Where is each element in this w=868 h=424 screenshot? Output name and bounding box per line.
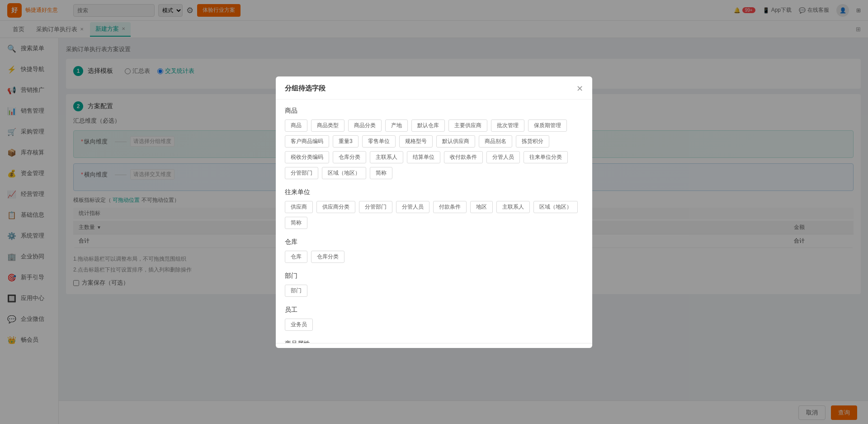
field-chip-0-13[interactable]: 商品别名 [479,135,512,148]
field-chip-0-16[interactable]: 仓库分类 [333,151,366,163]
section-label-5: 商品属性 [285,340,583,343]
modal-section-5: 商品属性属性颜色多规格尺码鞋码1 [285,340,583,343]
section-label-1: 往来单位 [285,188,583,196]
section-label-3: 部门 [285,272,583,280]
section-label-0: 商品 [285,107,583,115]
modal-section-1: 往来单位供应商供应商分类分管部门分管人员付款条件地区主联系人区域（地区）简称 [285,188,583,229]
field-chip-0-22[interactable]: 分管部门 [285,167,318,179]
field-chip-0-9[interactable]: 重量3 [333,135,359,148]
field-chip-1-5[interactable]: 地区 [470,201,493,213]
field-chip-3-0[interactable]: 部门 [285,285,307,297]
field-chip-0-8[interactable]: 客户商品编码 [285,135,329,148]
modal-section-3: 部门部门 [285,272,583,297]
field-chip-1-2[interactable]: 分管部门 [359,201,392,213]
modal-close-btn[interactable]: ✕ [576,84,583,94]
field-chip-0-23[interactable]: 区域（地区） [322,167,366,179]
field-chips-1: 供应商供应商分类分管部门分管人员付款条件地区主联系人区域（地区）简称 [285,201,583,229]
field-chip-2-1[interactable]: 仓库分类 [311,251,344,263]
modal-overlay: 分组待选字段 ✕ 商品商品商品类型商品分类产地默认仓库主要供应商批次管理保质期管… [0,0,868,424]
field-chip-2-0[interactable]: 仓库 [285,251,307,263]
field-chip-1-1[interactable]: 供应商分类 [316,201,355,213]
field-chip-0-24[interactable]: 简称 [370,167,392,179]
field-chip-0-14[interactable]: 拣货积分 [516,135,549,148]
field-chip-0-6[interactable]: 批次管理 [491,119,524,132]
modal-section-0: 商品商品商品类型商品分类产地默认仓库主要供应商批次管理保质期管理客户商品编码重量… [285,107,583,179]
field-chip-0-3[interactable]: 产地 [385,119,408,132]
field-chips-2: 仓库仓库分类 [285,251,583,263]
field-chip-0-10[interactable]: 零售单位 [362,135,396,148]
modal-section-2: 仓库仓库仓库分类 [285,238,583,263]
modal-horizontal-scrollbar[interactable] [276,343,592,348]
field-chip-0-12[interactable]: 默认供应商 [436,135,475,148]
field-chip-1-3[interactable]: 分管人员 [396,201,429,213]
field-chip-4-0[interactable]: 业务员 [285,319,313,331]
field-chips-4: 业务员 [285,319,583,331]
section-label-2: 仓库 [285,238,583,246]
field-chip-1-7[interactable]: 区域（地区） [533,201,578,213]
field-chip-1-6[interactable]: 主联系人 [496,201,530,213]
field-chip-0-4[interactable]: 默认仓库 [411,119,445,132]
field-chip-1-4[interactable]: 付款条件 [433,201,467,213]
field-chips-3: 部门 [285,285,583,297]
modal-section-4: 员工业务员 [285,306,583,331]
section-label-4: 员工 [285,306,583,314]
field-chip-1-0[interactable]: 供应商 [285,201,313,213]
field-chip-0-2[interactable]: 商品分类 [348,119,382,132]
field-chip-0-0[interactable]: 商品 [285,119,307,132]
field-chip-0-21[interactable]: 往来单位分类 [524,151,568,163]
modal-body: 商品商品商品类型商品分类产地默认仓库主要供应商批次管理保质期管理客户商品编码重量… [276,100,592,343]
field-chip-0-5[interactable]: 主要供应商 [448,119,487,132]
modal-header: 分组待选字段 ✕ [276,76,592,100]
modal-title: 分组待选字段 [285,84,326,93]
field-chip-0-11[interactable]: 规格型号 [399,135,433,148]
field-chip-1-8[interactable]: 简称 [285,217,307,229]
field-chip-0-7[interactable]: 保质期管理 [528,119,567,132]
field-chip-0-17[interactable]: 主联系人 [370,151,403,163]
field-chip-0-19[interactable]: 收付款条件 [444,151,483,163]
field-chip-0-15[interactable]: 税收分类编码 [285,151,329,163]
field-select-modal: 分组待选字段 ✕ 商品商品商品类型商品分类产地默认仓库主要供应商批次管理保质期管… [276,76,592,348]
field-chips-0: 商品商品类型商品分类产地默认仓库主要供应商批次管理保质期管理客户商品编码重量3零… [285,119,583,179]
field-chip-0-18[interactable]: 结算单位 [407,151,440,163]
field-chip-0-1[interactable]: 商品类型 [311,119,344,132]
field-chip-0-20[interactable]: 分管人员 [486,151,520,163]
